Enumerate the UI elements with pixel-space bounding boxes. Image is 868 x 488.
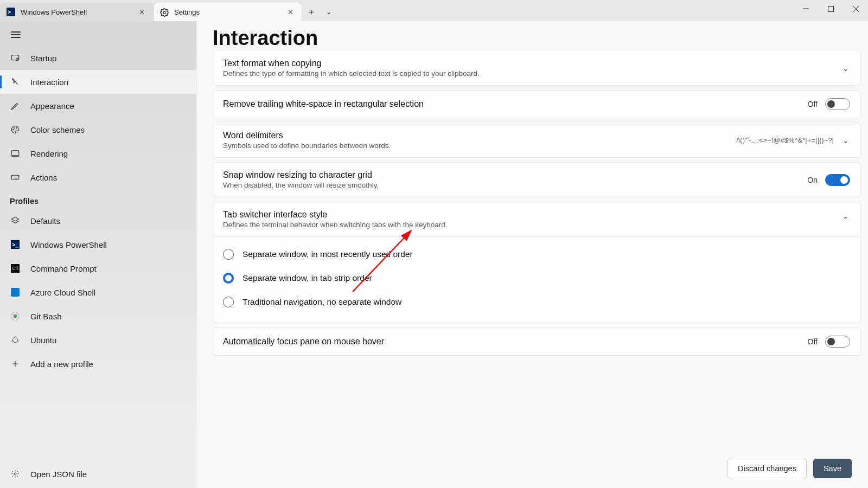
setting-title: Remove trailing white-space in rectangul… <box>223 99 808 109</box>
setting-word-delimiters[interactable]: Word delimiters Symbols used to define b… <box>213 123 860 158</box>
toggle-state-label: On <box>807 176 818 184</box>
radio-icon <box>223 273 234 284</box>
interaction-icon <box>10 76 21 87</box>
sidebar-profile-defaults[interactable]: Defaults <box>0 209 196 233</box>
footer: Discard changes Save <box>196 451 868 488</box>
setting-desc: Defines the type of formatting in which … <box>223 69 841 78</box>
sidebar-item-actions[interactable]: Actions <box>0 165 196 189</box>
setting-title: Text format when copying <box>223 59 841 68</box>
minimize-button[interactable] <box>793 0 818 17</box>
sidebar-item-label: Windows PowerShell <box>30 240 107 249</box>
ubuntu-icon <box>10 335 21 345</box>
cmd-icon: C:\ <box>10 263 21 274</box>
sidebar-item-label: Ubuntu <box>30 336 56 345</box>
sidebar-item-colorschemes[interactable]: Color schemes <box>0 118 196 142</box>
appearance-icon <box>10 100 21 111</box>
powershell-icon: >_ <box>7 8 15 16</box>
sidebar-profile-azure[interactable]: Azure Cloud Shell <box>0 280 196 304</box>
close-window-button[interactable] <box>843 0 868 17</box>
azure-icon <box>10 287 21 298</box>
tab-dropdown-button[interactable]: ⌄ <box>321 3 337 21</box>
radio-icon <box>223 249 234 260</box>
sidebar-item-label: Defaults <box>30 216 60 226</box>
toggle-switch[interactable] <box>825 98 850 110</box>
svg-point-25 <box>14 473 16 475</box>
sidebar-profile-ubuntu[interactable]: Ubuntu <box>0 328 196 352</box>
sidebar-add-profile[interactable]: Add a new profile <box>0 352 196 376</box>
tab-label: Windows PowerShell <box>21 8 87 16</box>
sidebar-item-label: Interaction <box>30 78 68 87</box>
profiles-header: Profiles <box>0 189 196 209</box>
setting-text-format-copying[interactable]: Text format when copying Defines the typ… <box>213 51 860 86</box>
close-icon[interactable]: ✕ <box>137 7 146 17</box>
button-label: Discard changes <box>738 464 796 473</box>
setting-tab-switcher-style: Tab switcher interface style Defines the… <box>213 202 860 323</box>
sidebar-item-label: Add a new profile <box>30 359 93 369</box>
tab-settings[interactable]: Settings ✕ <box>153 3 302 21</box>
radio-label: Traditional navigation, no separate wind… <box>242 297 401 307</box>
chevron-down-icon: ⌄ <box>841 136 850 145</box>
tab-powershell[interactable]: >_ Windows PowerShell ✕ <box>0 3 153 21</box>
rendering-icon <box>10 148 21 159</box>
svg-point-20 <box>15 337 16 338</box>
setting-title: Tab switcher interface style <box>223 210 841 220</box>
new-tab-button[interactable]: ＋ <box>302 3 321 21</box>
radio-label: Separate window, in most recently used o… <box>242 249 413 259</box>
svg-point-0 <box>163 11 165 14</box>
sidebar-item-label: Appearance <box>30 101 74 111</box>
setting-title: Word delimiters <box>223 131 736 140</box>
sidebar-profile-cmd[interactable]: C:\ Command Prompt <box>0 256 196 280</box>
save-button[interactable]: Save <box>813 459 852 478</box>
window-controls <box>793 0 868 21</box>
svg-point-22 <box>17 341 18 342</box>
close-icon[interactable]: ✕ <box>285 8 295 17</box>
svg-point-18 <box>14 314 17 318</box>
sidebar-item-startup[interactable]: Startup <box>0 46 196 70</box>
sidebar-open-json[interactable]: Open JSON file <box>0 462 196 486</box>
setting-title: Automatically focus pane on mouse hover <box>223 337 808 346</box>
hamburger-button[interactable] <box>0 21 196 46</box>
chevron-down-icon: ⌄ <box>841 64 850 73</box>
sidebar-profile-gitbash[interactable]: Git Bash <box>0 304 196 328</box>
setting-remove-trailing-whitespace[interactable]: Remove trailing white-space in rectangul… <box>213 90 860 118</box>
maximize-button[interactable] <box>818 0 843 17</box>
sidebar-item-label: Actions <box>30 173 57 182</box>
sidebar-item-label: Azure Cloud Shell <box>30 288 95 297</box>
gitbash-icon <box>10 311 21 322</box>
palette-icon <box>10 124 21 135</box>
toggle-state-label: Off <box>808 100 818 108</box>
setting-snap-resize[interactable]: Snap window resizing to character grid W… <box>213 162 860 197</box>
radio-label: Separate window, in tab strip order <box>242 273 372 283</box>
startup-icon <box>10 53 21 63</box>
sidebar-item-label: Git Bash <box>30 312 62 321</box>
setting-desc: Defines the terminal behavior when switc… <box>223 221 841 229</box>
toggle-switch[interactable] <box>825 174 850 186</box>
discard-button[interactable]: Discard changes <box>727 459 807 478</box>
gear-icon <box>10 468 21 479</box>
sidebar-item-label: Startup <box>30 54 56 63</box>
sidebar-item-rendering[interactable]: Rendering <box>0 142 196 165</box>
radio-option-traditional[interactable]: Traditional navigation, no separate wind… <box>213 290 860 314</box>
setting-header[interactable]: Tab switcher interface style Defines the… <box>213 202 860 237</box>
svg-point-7 <box>13 129 14 130</box>
sidebar-item-label: Open JSON file <box>30 470 87 479</box>
sidebar-item-appearance[interactable]: Appearance <box>0 94 196 118</box>
svg-point-8 <box>14 127 15 129</box>
setting-auto-focus-hover[interactable]: Automatically focus pane on mouse hover … <box>213 328 860 356</box>
sidebar-profile-powershell[interactable]: >_ Windows PowerShell <box>0 233 196 256</box>
sidebar-item-label: Rendering <box>30 149 68 158</box>
setting-value: /\()"'-.,;:<>~!@#$%^&*|+=[]{}~?| <box>736 136 834 144</box>
toggle-switch[interactable] <box>825 336 850 348</box>
setting-desc: When disabled, the window will resize sm… <box>223 181 807 189</box>
svg-point-9 <box>16 127 17 129</box>
sidebar-item-interaction[interactable]: Interaction <box>0 70 196 94</box>
radio-option-tabstrip[interactable]: Separate window, in tab strip order <box>213 266 860 290</box>
gear-icon <box>160 8 169 17</box>
plus-icon <box>10 358 21 369</box>
keyboard-icon <box>10 172 21 183</box>
radio-option-mru[interactable]: Separate window, in most recently used o… <box>213 242 860 266</box>
powershell-icon: >_ <box>10 239 21 250</box>
tab-label: Settings <box>174 8 200 16</box>
sidebar-item-label: Command Prompt <box>30 264 97 273</box>
toggle-state-label: Off <box>808 337 818 346</box>
